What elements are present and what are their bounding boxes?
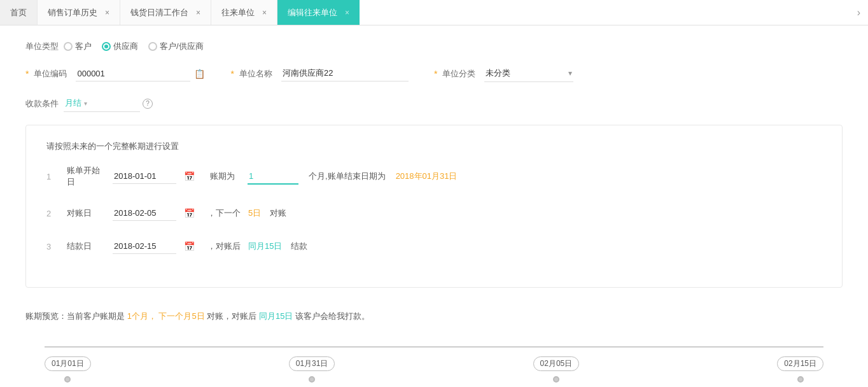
- unit-code-group: * 单位编码 📋: [25, 66, 205, 81]
- unit-fields-row: * 单位编码 📋 * 单位名称 * 单位分类 未分类 ▾: [25, 65, 843, 82]
- setting-row-1: 1 账单开始日 📅 账期为 个月,账单结束日期为 2018年01月31日: [46, 165, 822, 188]
- tab-more-button[interactable]: ›: [850, 0, 868, 25]
- unit-name-label: 单位名称: [239, 68, 272, 80]
- unit-name-group: * 单位名称: [230, 66, 408, 81]
- timeline-dot-1: [64, 376, 71, 383]
- unit-category-label: 单位分类: [442, 68, 475, 80]
- unit-code-copy-icon[interactable]: 📋: [194, 69, 205, 79]
- unit-category-value: 未分类: [486, 67, 566, 79]
- end-date-highlight: 2018年01月31日: [396, 171, 458, 182]
- unit-type-radio-group: 客户 供应商 客户/供应商: [64, 41, 204, 52]
- payment-terms-chevron: ▾: [84, 100, 87, 107]
- payment-terms-row: 收款条件 月结 ▾ ?: [25, 95, 843, 112]
- radio-supplier[interactable]: 供应商: [102, 41, 138, 52]
- row1-suffix-pre: 账期为: [210, 171, 235, 182]
- row3-suffix-post: 结款: [291, 241, 307, 252]
- tab-sales-order-history-close[interactable]: ×: [105, 8, 109, 17]
- tab-cash-reconciliation-close[interactable]: ×: [196, 8, 200, 17]
- radio-customer-supplier-circle: [148, 42, 157, 51]
- row2-suffix-pre: ，下一个: [207, 208, 241, 219]
- tab-edit-partner-label: 编辑往来单位: [288, 7, 337, 18]
- tab-cash-reconciliation-label: 钱货日清工作台: [130, 7, 188, 18]
- unit-code-input[interactable]: [76, 66, 190, 81]
- setting-row-3: 3 结款日 📅 ，对账后 同月15日 结款: [46, 239, 822, 254]
- main-content: 单位类型 客户 供应商 客户/供应商 * 单位编码 📋 * 单位名称: [0, 25, 868, 387]
- radio-supplier-circle: [102, 42, 111, 51]
- radio-customer-supplier-label: 客户/供应商: [160, 41, 204, 52]
- tab-cash-reconciliation[interactable]: 钱货日清工作台 ×: [120, 0, 211, 25]
- unit-category-dropdown[interactable]: 未分类 ▾: [484, 65, 573, 82]
- timeline-line: [45, 346, 823, 348]
- preview-part3: 同月15日: [259, 311, 293, 321]
- preview-prefix: 账期预览：当前客户账期是: [25, 311, 125, 321]
- row-label-3: 结款日: [67, 241, 105, 252]
- settings-panel: 请按照未来的一个完整帐期进行设置 1 账单开始日 📅 账期为 个月,账单结束日期…: [25, 125, 843, 288]
- preview-suffix: 该客户会给我打款。: [295, 311, 370, 321]
- timeline-badge-1: 01月01日: [45, 356, 91, 371]
- payment-terms-label: 收款条件: [25, 98, 59, 109]
- row-num-2: 2: [46, 209, 59, 218]
- unit-code-label: 单位编码: [34, 68, 67, 80]
- row3-suffix-pre: ，对账后: [207, 241, 241, 252]
- unit-category-group: * 单位分类 未分类 ▾: [434, 65, 573, 82]
- tab-edit-partner-close[interactable]: ×: [345, 8, 349, 17]
- tab-edit-partner[interactable]: 编辑往来单位 ×: [277, 0, 360, 25]
- tab-bar: 首页 销售订单历史 × 钱货日清工作台 × 往来单位 × 编辑往来单位 × ›: [0, 0, 868, 25]
- start-date-input[interactable]: [113, 169, 176, 184]
- timeline-badge-3: 02月05日: [533, 356, 580, 371]
- tab-home[interactable]: 首页: [0, 0, 38, 25]
- unit-type-label: 单位类型: [25, 41, 59, 52]
- payment-date-input[interactable]: [113, 239, 176, 254]
- reconcile-date-calendar-icon[interactable]: 📅: [184, 208, 195, 218]
- unit-name-input[interactable]: [281, 66, 409, 81]
- timeline-badge-2: 01月31日: [289, 356, 335, 371]
- preview-section: 账期预览：当前客户账期是 1个月， 下一个月5日 对账，对账后 同月15日 该客…: [25, 300, 843, 387]
- payment-terms-value: 月结: [65, 97, 81, 109]
- unit-name-star: *: [230, 69, 234, 79]
- row-label-2: 对账日: [67, 208, 105, 219]
- timeline-node-4: 02月15日 结款日: [777, 356, 823, 387]
- tab-home-label: 首页: [10, 7, 27, 18]
- tab-sales-order-history[interactable]: 销售订单历史 ×: [38, 0, 120, 25]
- row-num-3: 3: [46, 242, 59, 251]
- payment-date-calendar-icon[interactable]: 📅: [184, 241, 195, 251]
- timeline-node-3: 02月05日 对账日: [533, 356, 580, 387]
- timeline-badge-4: 02月15日: [777, 356, 823, 371]
- radio-customer[interactable]: 客户: [64, 41, 92, 52]
- timeline-dot-2: [309, 376, 315, 383]
- row2-suffix-post: 对账: [270, 208, 286, 219]
- preview-middle: 对账，对账后: [207, 311, 256, 321]
- radio-supplier-label: 供应商: [113, 41, 138, 52]
- unit-type-row: 单位类型 客户 供应商 客户/供应商: [25, 41, 843, 52]
- preview-text: 账期预览：当前客户账期是 1个月， 下一个月5日 对账，对账后 同月15日 该客…: [25, 311, 843, 322]
- preview-part1: 1个月，: [127, 311, 157, 321]
- row-num-1: 1: [46, 172, 59, 181]
- unit-category-chevron: ▾: [568, 69, 572, 78]
- radio-customer-supplier[interactable]: 客户/供应商: [148, 41, 204, 52]
- tab-sales-order-history-label: 销售订单历史: [48, 7, 97, 18]
- timeline-dot-3: [553, 376, 559, 383]
- tab-partner-units-label: 往来单位: [221, 7, 255, 18]
- reconcile-date-input[interactable]: [113, 206, 176, 221]
- panel-instruction: 请按照未来的一个完整帐期进行设置: [46, 141, 822, 152]
- unit-category-star: *: [434, 69, 437, 79]
- row1-suffix-mid: 个月,账单结束日期为: [309, 171, 386, 182]
- tab-partner-units-close[interactable]: ×: [262, 8, 267, 17]
- timeline-node-2: 01月31日 账单结束日: [289, 356, 335, 387]
- tab-partner-units[interactable]: 往来单位 ×: [211, 0, 277, 25]
- period-value-input[interactable]: [248, 169, 298, 185]
- unit-code-star: *: [25, 69, 29, 79]
- timeline: 01月01日 账单开始日 01月31日 账单结束日 02月05日 对账日: [25, 337, 843, 387]
- radio-customer-label: 客户: [75, 41, 92, 52]
- row2-highlight: 5日: [248, 208, 261, 219]
- payment-terms-dropdown[interactable]: 月结 ▾: [64, 95, 140, 112]
- radio-customer-circle: [64, 42, 73, 51]
- start-date-calendar-icon[interactable]: 📅: [184, 171, 195, 181]
- row-label-1: 账单开始日: [67, 165, 105, 188]
- timeline-node-1: 01月01日 账单开始日: [45, 356, 91, 387]
- setting-row-2: 2 对账日 📅 ，下一个 5日 对账: [46, 206, 822, 221]
- row3-highlight: 同月15日: [248, 241, 282, 252]
- payment-terms-help-icon[interactable]: ?: [143, 99, 153, 109]
- preview-part2: 下一个月5日: [158, 311, 204, 321]
- timeline-dot-4: [797, 376, 804, 383]
